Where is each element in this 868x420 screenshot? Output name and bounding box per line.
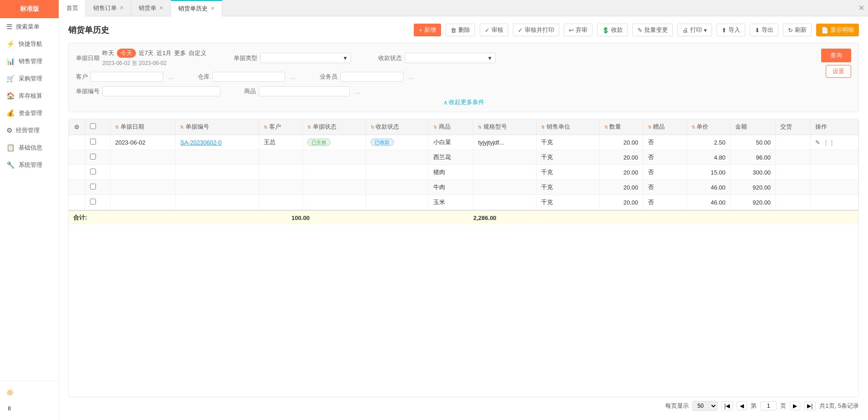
shortcut-yesterday[interactable]: 昨天 — [102, 49, 114, 57]
doc-no-link[interactable]: SA-20230602-0 — [180, 139, 221, 146]
query-button[interactable]: 查询 — [821, 49, 851, 62]
cell-doc-no[interactable] — [176, 165, 259, 180]
batch-change-button[interactable]: ✎ 批量变更 — [632, 24, 673, 36]
shortcut-1month[interactable]: 近1月 — [156, 49, 171, 57]
cell-doc-no[interactable]: SA-20230602-0 — [176, 135, 259, 150]
th-payment-status[interactable]: ⇅ 收款状态 — [366, 119, 429, 135]
warehouse-input[interactable] — [212, 72, 285, 82]
receive-button[interactable]: 💲 收款 — [597, 24, 628, 36]
sidebar-item-basic-info[interactable]: 📋 基础信息 — [0, 139, 59, 156]
sidebar-item-quick-nav[interactable]: ⚡ 快捷导航 — [0, 35, 59, 53]
delete-button[interactable]: 🗑 删除 — [446, 24, 475, 36]
add-button[interactable]: + 新增 — [414, 24, 441, 36]
prev-page-btn[interactable]: ◀ — [737, 401, 747, 410]
tab-home[interactable]: 首页 — [59, 0, 86, 16]
show-detail-button[interactable]: 📄 显示明细 — [816, 24, 859, 36]
refresh-button[interactable]: ↻ 刷新 — [783, 24, 812, 36]
cell-doc-no[interactable] — [176, 195, 259, 210]
doc-type-select[interactable]: ▾ — [260, 53, 351, 63]
th-amount[interactable]: 金额 — [730, 119, 776, 135]
goods-picker-icon[interactable]: … — [354, 88, 361, 95]
sidebar-item-ops-mgmt[interactable]: ⚙ 经营管理 — [0, 122, 59, 139]
select-all-checkbox[interactable] — [90, 123, 96, 129]
th-doc-no[interactable]: ⇅ 单据编号 — [176, 119, 259, 135]
th-doc-date[interactable]: ⇅ 单据日期 — [110, 119, 176, 135]
th-qty[interactable]: ⇅ 数量 — [599, 119, 643, 135]
tab-sales-delivery[interactable]: 销货单 ✕ — [131, 0, 171, 16]
print-button[interactable]: 🖨 打印 ▾ — [677, 24, 712, 36]
cell-checkbox[interactable] — [85, 150, 110, 165]
tab-sales-order[interactable]: 销售订单 ✕ — [86, 0, 131, 16]
export-button[interactable]: ⬇ 导出 — [750, 24, 778, 36]
tab-sales-delivery-close[interactable]: ✕ — [159, 5, 163, 11]
cell-spec — [473, 150, 537, 165]
shortcut-today[interactable]: 今天 — [117, 49, 136, 58]
th-unit[interactable]: ⇅ 销售单位 — [537, 119, 600, 135]
cell-checkbox[interactable] — [85, 195, 110, 210]
shortcut-more[interactable]: 更多 — [174, 49, 186, 57]
row-checkbox[interactable] — [90, 184, 96, 190]
sidebar-item-purchase-mgmt[interactable]: 🛒 采购管理 — [0, 70, 59, 87]
th-goods[interactable]: ⇅ 商品 — [429, 119, 473, 135]
tab-sales-history-close[interactable]: ✕ — [211, 5, 215, 11]
payment-status-select[interactable]: ▾ — [405, 53, 496, 63]
next-page-btn[interactable]: ▶ — [790, 401, 800, 410]
sidebar-item-inventory[interactable]: 🏠 库存核算 — [0, 87, 59, 105]
cell-checkbox[interactable] — [85, 165, 110, 180]
th-checkbox[interactable] — [85, 119, 110, 135]
collapse-filter-btn[interactable]: ∧ 收起更多条件 — [76, 98, 851, 106]
last-page-btn[interactable]: ▶| — [804, 401, 816, 410]
cell-checkbox[interactable] — [85, 135, 110, 150]
cell-checkbox[interactable] — [85, 180, 110, 195]
tab-sales-history[interactable]: 销货单历史 ✕ — [171, 0, 222, 16]
tab-close-all[interactable]: ✕ — [858, 4, 868, 12]
staff-picker-icon[interactable]: … — [408, 73, 415, 80]
sidebar-item-sales-mgmt[interactable]: 📊 销售管理 — [0, 53, 59, 70]
cell-payment-status — [366, 180, 429, 195]
goods-input[interactable] — [259, 86, 350, 96]
table-row: 2023-06-02 SA-20230602-0 王总 已生效 已收款 小白菜 … — [69, 135, 858, 150]
cell-customer: 王总 — [259, 135, 303, 150]
abandon-button[interactable]: ↩ 弃审 — [564, 24, 592, 36]
sidebar: 标准版 ☰ 搜索菜单 ⚡ 快捷导航 📊 销售管理 🛒 采购管理 🏠 库存核算 💰… — [0, 0, 59, 420]
docno-input[interactable] — [102, 86, 221, 96]
th-customer[interactable]: ⇅ 客户 — [259, 119, 303, 135]
shortcut-custom[interactable]: 自定义 — [189, 49, 206, 57]
first-page-btn[interactable]: |◀ — [721, 401, 733, 410]
th-spec[interactable]: ⇅ 规格型号 — [473, 119, 537, 135]
settings-button[interactable]: 设置 — [826, 65, 851, 78]
sidebar-item-collapse[interactable]: ⏸ — [0, 400, 59, 416]
customer-input[interactable] — [90, 72, 163, 82]
cell-action — [811, 180, 858, 195]
th-delivery[interactable]: 交货 — [776, 119, 811, 135]
audit-button[interactable]: ✓ 审核 — [480, 24, 508, 36]
sidebar-item-finance-mgmt[interactable]: 💰 资金管理 — [0, 105, 59, 122]
customer-picker-icon[interactable]: … — [168, 73, 174, 80]
row-checkbox[interactable] — [90, 154, 96, 160]
add-label: 新增 — [424, 26, 436, 34]
cell-delivery — [776, 135, 811, 150]
sidebar-item-settings[interactable]: 🔆 — [0, 385, 59, 400]
row-checkbox[interactable] — [90, 199, 96, 205]
row-checkbox[interactable] — [90, 139, 96, 145]
th-gear[interactable]: ⚙ — [69, 119, 85, 135]
row-checkbox[interactable] — [90, 169, 96, 175]
staff-input[interactable] — [340, 72, 404, 82]
tab-sales-order-close[interactable]: ✕ — [120, 5, 124, 11]
page-number-input[interactable] — [760, 401, 777, 410]
th-price[interactable]: ⇅ 单价 — [687, 119, 730, 135]
action-more-icon[interactable]: ⋮⋮ — [823, 139, 835, 146]
cell-doc-no[interactable] — [176, 180, 259, 195]
page-size-select[interactable]: 50 100 200 — [692, 401, 717, 411]
shortcut-7days[interactable]: 近7天 — [139, 49, 154, 57]
th-doc-status[interactable]: ⇅ 单据状态 — [303, 119, 366, 135]
action-edit-icon[interactable]: ✎ — [815, 139, 820, 146]
th-gift[interactable]: ⇅ 赠品 — [643, 119, 687, 135]
warehouse-picker-icon[interactable]: … — [290, 73, 296, 80]
audit-print-button[interactable]: ✓ 审核并打印 — [513, 24, 559, 36]
sidebar-item-search-menu[interactable]: ☰ 搜索菜单 — [0, 18, 59, 35]
sidebar-item-sys-mgmt[interactable]: 🔧 系统管理 — [0, 156, 59, 174]
cell-doc-no[interactable] — [176, 150, 259, 165]
cell-customer — [259, 180, 303, 195]
import-button[interactable]: ⬆ 导入 — [717, 24, 745, 36]
